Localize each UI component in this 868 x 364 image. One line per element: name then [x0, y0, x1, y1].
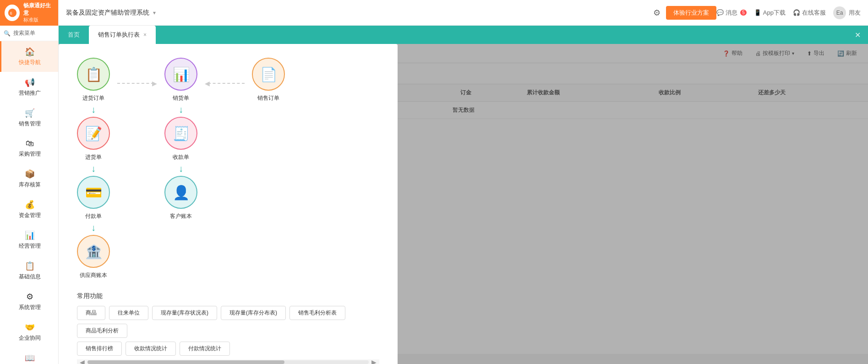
right-actions: 💬 消息 5 📱 App下载 🎧 在线客服 Ea 用友 — [716, 6, 861, 19]
sidebar-item-basic-info[interactable]: 📋 基础信息 — [0, 255, 58, 286]
sidebar-item-label: 资金管理 — [19, 212, 41, 219]
online-service-btn[interactable]: 🎧 在线客服 — [793, 9, 826, 17]
h-arrow-2: ◀ — [205, 67, 245, 100]
sidebar-item-operations[interactable]: 📊 经营管理 — [0, 225, 58, 255]
sidebar-item-label: 营销推广 — [19, 89, 41, 97]
receipt-label: 收款单 — [173, 153, 189, 161]
user-menu[interactable]: Ea 用友 — [833, 6, 861, 19]
app-download-btn[interactable]: 📱 App下载 — [754, 9, 786, 17]
function-btns-row2: 销售排行榜收款情况统计付款情况统计 — [77, 342, 379, 356]
avatar: Ea — [833, 6, 846, 19]
sidebar-item-label: 企业协同 — [19, 334, 41, 342]
purchase-order-label: 进货订单 — [82, 94, 104, 102]
tab-home[interactable]: 首页 — [59, 26, 89, 44]
common-functions-title: 常用功能 — [77, 292, 379, 300]
sidebar-item-purchase[interactable]: 🛍 采购管理 — [0, 133, 58, 163]
try-btn[interactable]: 体验行业方案 — [666, 6, 716, 20]
purchase-bill-label: 进货单 — [85, 153, 102, 161]
search-icon: 🔍 — [4, 30, 11, 37]
settings-icon[interactable]: ⚙ — [653, 8, 661, 17]
flow-item-sales-bill[interactable]: 📊 销货单 — [164, 58, 197, 102]
flow-item-purchase-order[interactable]: 📋 进货订单 — [77, 58, 110, 102]
arrow-down-1: ↓ — [91, 102, 96, 117]
scrollbar-thumb[interactable] — [87, 360, 284, 364]
function-btn[interactable]: 商品 — [77, 306, 105, 320]
modal-overlay[interactable]: 📋 进货订单 ↓ 📝 — [59, 44, 868, 364]
scrollbar-track[interactable] — [87, 360, 369, 364]
message-icon: 💬 — [716, 9, 724, 16]
sidebar-item-inventory[interactable]: 📦 库存核算 — [0, 163, 58, 194]
payment-label: 付款单 — [85, 212, 102, 220]
tab-label: 首页 — [68, 31, 80, 39]
message-badge: 5 — [740, 10, 747, 16]
function-btn[interactable]: 销售毛利分析表 — [289, 306, 345, 320]
function-btn[interactable]: 现存量(库存状况表) — [152, 306, 217, 320]
flow-item-supplier[interactable]: 🏦 供应商账本 — [77, 235, 110, 279]
logo-icon: 6 — [5, 5, 20, 21]
sidebar-item-label: 快捷导航 — [19, 59, 41, 66]
function-btn[interactable]: 付款情况统计 — [180, 342, 230, 356]
sidebar-search[interactable]: 🔍 搜索菜单 — [0, 26, 58, 41]
quick-nav-modal: 📋 进货订单 ↓ 📝 — [59, 44, 398, 364]
arrow-down-5: ↓ — [179, 161, 183, 176]
sales-icon: 🛒 — [25, 108, 35, 118]
sidebar-item-system[interactable]: ⚙ 系统管理 — [0, 286, 58, 317]
flow-item-payment[interactable]: 💳 付款单 — [77, 176, 110, 220]
function-btn[interactable]: 收款情况统计 — [126, 342, 176, 356]
supplier-label: 供应商账本 — [80, 272, 107, 279]
inventory-icon: 📦 — [25, 169, 35, 179]
sidebar-item-collab[interactable]: 🤝 企业协同 — [0, 317, 58, 348]
flow-item-receipt[interactable]: 🧾 收款单 — [164, 117, 197, 161]
function-btn[interactable]: 销售排行榜 — [77, 342, 122, 356]
svg-text:6: 6 — [10, 11, 12, 16]
guide-icon: 📖 — [25, 353, 35, 363]
arrow-down-3: ↓ — [91, 220, 96, 235]
customer-icon: 👤 — [164, 176, 197, 209]
arrow-down-4: ↓ — [179, 102, 183, 117]
tab-close-icon[interactable]: × — [143, 32, 147, 38]
sidebar-item-marketing[interactable]: 📢 营销推广 — [0, 72, 58, 103]
sidebar-item-capital[interactable]: 💰 资金管理 — [0, 194, 58, 225]
purchase-bill-icon: 📝 — [77, 117, 110, 150]
flow-item-sales-order[interactable]: 📄 销售订单 — [252, 58, 285, 102]
purchase-order-icon: 📋 — [77, 58, 110, 91]
common-functions: 常用功能 商品往来单位现存量(库存状况表)现存量(库存分布表)销售毛利分析表商品… — [77, 292, 379, 356]
scroll-right-icon[interactable]: ▶ — [369, 359, 379, 364]
operations-icon: 📊 — [25, 230, 35, 240]
function-btn[interactable]: 现存量(库存分布表) — [221, 306, 286, 320]
tab-bar-close-icon[interactable]: ✕ — [847, 31, 868, 39]
sidebar-item-sales[interactable]: 🛒 销售管理 — [0, 103, 58, 133]
download-icon: 📱 — [754, 9, 761, 16]
sidebar-item-guide[interactable]: 📖 新手引导 — [0, 348, 58, 364]
sidebar: 6 畅康通好生意 标准版 🔍 搜索菜单 🏠 快捷导航 📢 营销推广 🛒 销售管理… — [0, 0, 59, 364]
chevron-down-icon[interactable]: ▾ — [153, 10, 156, 16]
receipt-icon: 🧾 — [164, 117, 197, 150]
main-content: 装备及固定资产辅助管理系统 ▾ ⚙ 体验行业方案 💬 消息 5 📱 App下载 … — [59, 0, 868, 364]
tab-bar: 首页销售订单执行表× ✕ — [59, 26, 868, 44]
payment-icon: 💳 — [77, 176, 110, 209]
sidebar-item-label: 采购管理 — [19, 150, 41, 158]
supplier-icon: 🏦 — [77, 235, 110, 268]
sales-bill-icon: 📊 — [164, 58, 197, 91]
marketing-icon: 📢 — [25, 77, 35, 87]
scroll-left-icon[interactable]: ◀ — [77, 359, 87, 364]
message-btn[interactable]: 💬 消息 5 — [716, 9, 747, 17]
tab-sales-order[interactable]: 销售订单执行表× — [89, 26, 156, 44]
quick-nav-icon: 🏠 — [25, 47, 35, 57]
basic-info-icon: 📋 — [25, 261, 35, 271]
sidebar-item-label: 经营管理 — [19, 242, 41, 250]
arrow-down-2: ↓ — [91, 161, 96, 176]
modal-content: 📋 进货订单 ↓ 📝 — [59, 44, 398, 364]
logo: 6 畅康通好生意 标准版 — [0, 0, 58, 26]
function-btn[interactable]: 往来单位 — [109, 306, 148, 320]
function-btn[interactable]: 商品毛利分析 — [77, 324, 127, 338]
flow-item-customer[interactable]: 👤 客户账本 — [164, 176, 197, 220]
headset-icon: 🎧 — [793, 9, 800, 16]
system-icon: ⚙ — [26, 292, 33, 302]
sidebar-item-label: 系统管理 — [19, 304, 41, 311]
capital-icon: 💰 — [25, 200, 35, 210]
modal-scrollbar[interactable]: ◀ ▶ — [77, 359, 379, 364]
flow-item-purchase-bill[interactable]: 📝 进货单 — [77, 117, 110, 161]
function-btns-row1: 商品往来单位现存量(库存状况表)现存量(库存分布表)销售毛利分析表商品毛利分析 — [77, 306, 379, 338]
sidebar-item-quick-nav[interactable]: 🏠 快捷导航 — [0, 41, 58, 72]
